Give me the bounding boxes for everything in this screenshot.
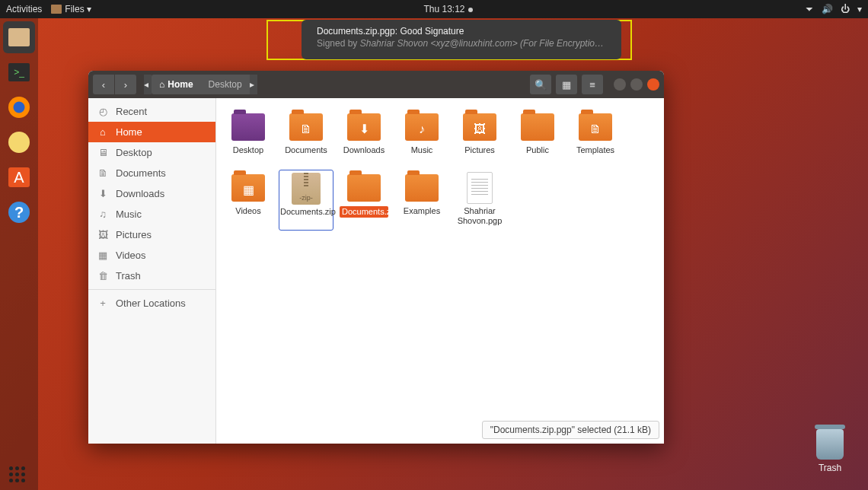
chevron-down-icon[interactable]: ▾ xyxy=(857,4,862,14)
power-icon[interactable]: ⏻ xyxy=(841,4,850,14)
file-label: Pictures xyxy=(464,145,495,155)
sidebar-item-trash[interactable]: 🗑Trash xyxy=(88,266,215,286)
dock: >_ A ? xyxy=(0,18,38,490)
sidebar-icon: + xyxy=(97,298,108,309)
sidebar-item-label: Home xyxy=(116,126,142,138)
dock-rhythmbox[interactable] xyxy=(3,126,35,158)
trash-label: Trash xyxy=(816,463,844,473)
folder-icon xyxy=(347,174,381,202)
file-item[interactable]: 🖼Pictures xyxy=(452,109,507,170)
folder-icon: 🗎 xyxy=(289,113,323,141)
sidebar-icon: 🗑 xyxy=(97,270,108,282)
notification-popup[interactable]: Documents.zip.pgp: Good Signature Signed… xyxy=(302,20,621,59)
close-button[interactable] xyxy=(647,78,659,91)
path-bar: ◂ ⌂Home Desktop ▸ xyxy=(144,75,257,94)
sidebar-item-home[interactable]: ⌂Home xyxy=(88,122,215,142)
folder-icon: 🖼 xyxy=(463,113,496,141)
files-window: ‹ › ◂ ⌂Home Desktop ▸ 🔍 ▦ ≡ ◴Recent⌂Home… xyxy=(88,71,664,444)
sidebar-item-downloads[interactable]: ⬇Downloads xyxy=(88,183,215,204)
folder-icon xyxy=(521,113,554,141)
sidebar-item-label: Desktop xyxy=(116,147,152,158)
top-panel: Activities Files ▾ Thu 13:12 ⏷ 🔊 ⏻ ▾ xyxy=(0,0,868,18)
files-icon xyxy=(51,5,62,14)
back-button[interactable]: ‹ xyxy=(93,75,114,94)
file-grid[interactable]: Desktop🗎Documents⬇Downloads♪Music🖼Pictur… xyxy=(216,98,664,444)
file-label: Desktop xyxy=(233,145,263,155)
file-item[interactable]: 🗎Documents xyxy=(279,109,333,170)
sidebar-item-recent[interactable]: ◴Recent xyxy=(88,101,215,122)
app-menu[interactable]: Files ▾ xyxy=(51,4,91,14)
archive-icon: -zip- xyxy=(292,173,321,205)
sidebar-item-other-locations[interactable]: +Other Locations xyxy=(88,293,215,313)
file-label: Documents xyxy=(285,145,327,155)
dock-help[interactable]: ? xyxy=(3,196,35,228)
file-label: Public xyxy=(526,145,549,155)
sidebar-item-label: Music xyxy=(116,208,142,220)
forward-button[interactable]: › xyxy=(115,75,136,94)
home-icon: ⌂ xyxy=(159,79,164,90)
file-item[interactable]: Public xyxy=(510,109,565,170)
activities-button[interactable]: Activities xyxy=(6,4,42,14)
sidebar-icon: 🖥 xyxy=(97,147,108,158)
hamburger-menu-button[interactable]: ≡ xyxy=(582,75,603,94)
sidebar-icon: ♫ xyxy=(97,208,108,220)
sidebar-icon: ⌂ xyxy=(97,126,108,138)
file-item[interactable]: Shahriar Shovon.pgp xyxy=(452,170,507,231)
file-item[interactable]: Documents.zip.pgp xyxy=(337,170,391,231)
maximize-button[interactable] xyxy=(630,78,643,91)
breadcrumb-desktop[interactable]: Desktop xyxy=(201,75,250,94)
sidebar-item-label: Other Locations xyxy=(116,298,186,309)
volume-icon[interactable]: 🔊 xyxy=(822,4,833,14)
notification-title: Documents.zip.pgp: Good Signature xyxy=(317,26,606,37)
dock-firefox[interactable] xyxy=(3,91,35,123)
file-label: Examples xyxy=(404,206,440,216)
file-label: Downloads xyxy=(343,145,385,155)
dock-terminal[interactable]: >_ xyxy=(3,56,35,88)
file-item[interactable]: ▦Videos xyxy=(221,170,276,231)
sidebar-item-label: Pictures xyxy=(116,229,152,240)
notification-subtitle: Signed by Shahriar Shovon <xyz@linuxhint… xyxy=(317,38,606,49)
file-item[interactable]: ⬇Downloads xyxy=(337,109,391,170)
sidebar-item-videos[interactable]: ▦Videos xyxy=(88,245,215,266)
view-grid-button[interactable]: ▦ xyxy=(556,75,577,94)
folder-icon xyxy=(231,113,265,141)
clock[interactable]: Thu 13:12 xyxy=(423,4,464,14)
document-icon xyxy=(467,172,493,204)
path-root-icon[interactable]: ◂ xyxy=(144,75,152,94)
file-item[interactable]: 🗎Templates xyxy=(568,109,623,170)
sidebar-item-desktop[interactable]: 🖥Desktop xyxy=(88,142,215,163)
notification-dot-icon xyxy=(468,8,473,12)
breadcrumb-home[interactable]: ⌂Home xyxy=(152,75,201,94)
sidebar-item-label: Trash xyxy=(116,270,141,282)
folder-icon: ▦ xyxy=(231,174,265,202)
dock-software[interactable]: A xyxy=(3,161,35,193)
toolbar: ‹ › ◂ ⌂Home Desktop ▸ 🔍 ▦ ≡ xyxy=(88,71,664,98)
sidebar-item-music[interactable]: ♫Music xyxy=(88,204,215,224)
file-item[interactable]: ♪Music xyxy=(394,109,449,170)
network-icon[interactable]: ⏷ xyxy=(805,4,814,14)
sidebar-icon: ▦ xyxy=(97,250,108,261)
status-bar: "Documents.zip.pgp" selected (21.1 kB) xyxy=(482,421,659,439)
sidebar-item-pictures[interactable]: 🖼Pictures xyxy=(88,224,215,245)
show-applications-button[interactable] xyxy=(9,466,25,482)
desktop-trash[interactable]: Trash xyxy=(816,429,844,473)
file-item[interactable]: -zip-Documents.zip xyxy=(279,170,333,231)
trash-icon xyxy=(816,429,844,460)
file-label: Music xyxy=(411,145,433,155)
file-label: Documents.zip.pgp xyxy=(340,206,388,218)
minimize-button[interactable] xyxy=(614,78,626,91)
path-expand-icon[interactable]: ▸ xyxy=(250,75,257,94)
sidebar-icon: ⬇ xyxy=(97,188,108,199)
search-button[interactable]: 🔍 xyxy=(530,75,551,94)
file-item[interactable]: Desktop xyxy=(221,109,276,170)
sidebar-item-label: Recent xyxy=(116,106,147,117)
sidebar-icon: 🖼 xyxy=(97,229,108,240)
file-label: Templates xyxy=(576,145,614,155)
dock-files[interactable] xyxy=(3,21,35,53)
sidebar: ◴Recent⌂Home🖥Desktop🗎Documents⬇Downloads… xyxy=(88,98,216,444)
folder-icon: ♪ xyxy=(405,113,439,141)
sidebar-item-documents[interactable]: 🗎Documents xyxy=(88,163,215,183)
file-item[interactable]: Examples xyxy=(394,170,449,231)
folder-icon: 🗎 xyxy=(579,113,612,141)
sidebar-item-label: Documents xyxy=(116,167,166,179)
